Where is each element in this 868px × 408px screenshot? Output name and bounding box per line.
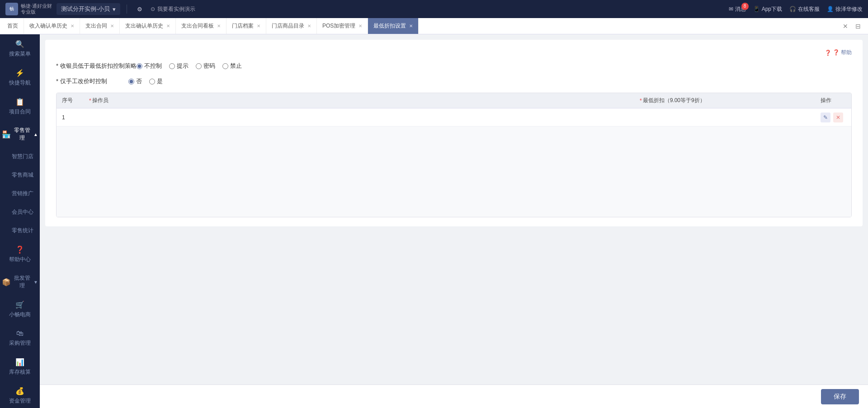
- tab-income-confirm[interactable]: 收入确认单历史 ✕: [24, 18, 80, 34]
- manual-price-radio-group: 否 是: [128, 77, 163, 85]
- th-operator: * 操作员: [84, 93, 634, 108]
- radio-manual-no-label: 否: [136, 77, 142, 85]
- th-min-discount: * 最低折扣（9.00等于9折）: [634, 93, 815, 108]
- edit-row-1-btn[interactable]: ✎: [821, 113, 830, 122]
- sidebar-item-search-menu[interactable]: 🔍 搜索菜单: [0, 34, 40, 63]
- tab-menu-btn[interactable]: ⊟: [854, 22, 863, 31]
- radio-password-label: 密码: [203, 62, 215, 70]
- batch-mgmt-arrow-icon: ▼: [33, 280, 38, 285]
- message-icon: ✉: [729, 6, 733, 12]
- tab-min-discount-close[interactable]: ✕: [409, 23, 413, 28]
- tab-pay-contract-close[interactable]: ✕: [110, 23, 114, 28]
- radio-forbid[interactable]: 禁止: [222, 62, 242, 70]
- project-contract-icon: 📋: [15, 98, 24, 106]
- tab-store-file-label: 门店档案: [232, 22, 254, 30]
- radio-manual-yes-input[interactable]: [149, 79, 155, 84]
- app-logo: 畅 畅捷·通好业财 专业版: [5, 3, 52, 15]
- finance-icon: 💰: [15, 387, 24, 395]
- message-badge: 8: [741, 3, 749, 10]
- sidebar-item-retail-stats-label: 零售统计: [12, 227, 33, 234]
- radio-manual-no-input[interactable]: [128, 79, 134, 84]
- tab-min-discount[interactable]: 最低折扣设置 ✕: [368, 18, 419, 34]
- table-row: 1 ✎ ✕: [57, 108, 851, 127]
- tab-pos-encrypt-close[interactable]: ✕: [359, 23, 362, 28]
- tab-store-file-close[interactable]: ✕: [257, 23, 260, 28]
- save-button[interactable]: 保存: [821, 389, 859, 404]
- radio-no-control-input[interactable]: [137, 63, 142, 69]
- settings-icon-btn[interactable]: ⚙: [133, 4, 146, 14]
- close-all-tabs-btn[interactable]: ✕: [841, 22, 850, 31]
- td-seq-1: 1: [57, 108, 84, 126]
- sidebar-item-retail-stats[interactable]: 零售统计: [0, 221, 40, 240]
- table-empty-area: [57, 127, 851, 217]
- delete-row-1-btn[interactable]: ✕: [833, 113, 843, 122]
- radio-password-input[interactable]: [196, 63, 202, 69]
- tab-home[interactable]: 首页: [2, 18, 24, 34]
- sidebar: 🔍 搜索菜单 ⚡ 快捷导航 📋 项目合同 🏪 零售管理 ▲ 智慧门店 零售商城 …: [0, 34, 40, 408]
- project-selector[interactable]: 测试分开实例-小贝 ▾: [57, 3, 120, 15]
- sidebar-item-member-center[interactable]: 会员中心: [0, 203, 40, 221]
- footer-bar: 保存: [40, 385, 868, 408]
- message-btn[interactable]: ✉ 消息 8: [729, 5, 746, 13]
- tab-store-file[interactable]: 门店档案 ✕: [226, 18, 266, 34]
- tab-pay-contract[interactable]: 支出合同 ✕: [80, 18, 120, 34]
- sidebar-item-marketing[interactable]: 营销推广: [0, 184, 40, 203]
- batch-mgmt-icon: 📦: [2, 278, 11, 286]
- sidebar-item-batch-mgmt[interactable]: 📦 批发管理 ▼: [0, 269, 40, 295]
- sidebar-item-help-center-label: 帮助中心: [9, 256, 31, 263]
- topbar: 畅 畅捷·通好业财 专业版 测试分开实例-小贝 ▾ ⚙ ⊙ 我要看实例演示 ✉ …: [0, 0, 868, 18]
- logo-icon: 畅: [5, 3, 18, 15]
- tab-pay-confirm-label: 支出确认单历史: [125, 22, 163, 30]
- sidebar-item-smart-store[interactable]: 智慧门店: [0, 147, 40, 166]
- tab-store-goods-close[interactable]: ✕: [307, 23, 311, 28]
- discount-table: 序号 * 操作员 * 最低折扣（9.00等于9折） 操作: [56, 93, 852, 217]
- radio-no-control-label: 不控制: [144, 62, 162, 70]
- tab-income-confirm-close[interactable]: ✕: [71, 23, 74, 28]
- table-header: 序号 * 操作员 * 最低折扣（9.00等于9折） 操作: [57, 93, 851, 108]
- tab-pay-confirm[interactable]: 支出确认单历史 ✕: [120, 18, 176, 34]
- tab-pay-contract-board-close[interactable]: ✕: [217, 23, 221, 28]
- gear-icon: ⚙: [137, 6, 142, 13]
- retail-mgmt-arrow-icon: ▲: [33, 132, 38, 137]
- sidebar-item-purchase-mgmt[interactable]: 🛍 采购管理: [0, 324, 40, 352]
- radio-password[interactable]: 密码: [196, 62, 215, 70]
- help-link[interactable]: ❓ ❓ 帮助: [825, 49, 852, 56]
- sidebar-item-project-contract-label: 项目合同: [9, 108, 31, 116]
- tab-pay-contract-label: 支出合同: [85, 22, 107, 30]
- sidebar-item-finance[interactable]: 💰 资金管理: [0, 381, 40, 408]
- radio-forbid-input[interactable]: [222, 63, 228, 69]
- sidebar-item-retail-mall[interactable]: 零售商城: [0, 166, 40, 184]
- tab-income-confirm-label: 收入确认单历史: [29, 22, 67, 30]
- tab-store-goods[interactable]: 门店商品目录 ✕: [266, 18, 317, 34]
- td-actions-1: ✎ ✕: [815, 108, 851, 126]
- sidebar-item-help-center[interactable]: ❓ 帮助中心: [0, 240, 40, 269]
- sidebar-item-retail-mall-label: 零售商城: [12, 171, 33, 179]
- sidebar-item-ecommerce[interactable]: 🛒 小畅电商: [0, 295, 40, 324]
- tab-pay-confirm-close[interactable]: ✕: [166, 23, 170, 28]
- help-icon: ❓: [825, 50, 831, 56]
- radio-manual-no[interactable]: 否: [128, 77, 142, 85]
- demo-link[interactable]: ⊙ 我要看实例演示: [151, 5, 195, 13]
- topbar-divider: [127, 5, 127, 14]
- app-download-btn[interactable]: 📱 App下载: [753, 5, 782, 13]
- radio-no-control[interactable]: 不控制: [137, 62, 162, 70]
- sidebar-item-project-contract[interactable]: 📋 项目合同: [0, 92, 40, 121]
- sidebar-item-retail-mgmt[interactable]: 🏪 零售管理 ▲: [0, 121, 40, 147]
- th-operator-required: *: [89, 98, 91, 104]
- tab-pay-contract-board[interactable]: 支出合同看板 ✕: [176, 18, 226, 34]
- radio-hint[interactable]: 提示: [169, 62, 189, 70]
- radio-hint-input[interactable]: [169, 63, 175, 69]
- sidebar-item-quick-nav[interactable]: ⚡ 快捷导航: [0, 63, 40, 92]
- online-service-btn[interactable]: 🎧 在线客服: [789, 5, 820, 13]
- user-menu-btn[interactable]: 👤 徐泽华修改: [827, 5, 863, 13]
- sidebar-item-quick-nav-label: 快捷导航: [9, 79, 31, 87]
- td-operator-1: [84, 108, 634, 126]
- radio-manual-yes[interactable]: 是: [149, 77, 163, 85]
- project-name: 测试分开实例-小贝: [61, 5, 110, 13]
- circle-play-icon: ⊙: [151, 6, 155, 12]
- td-min-discount-1: [634, 108, 815, 126]
- tab-pos-encrypt[interactable]: POS加密管理 ✕: [317, 18, 368, 34]
- sidebar-item-inventory[interactable]: 📊 库存核算: [0, 352, 40, 381]
- sidebar-item-purchase-mgmt-label: 采购管理: [9, 339, 31, 347]
- retail-mgmt-icon: 🏪: [2, 130, 11, 139]
